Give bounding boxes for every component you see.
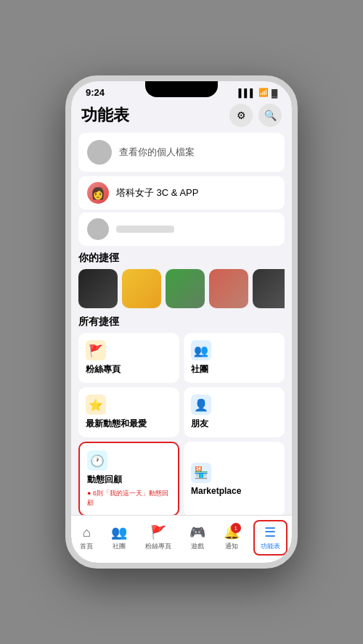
notifications-badge: 1 — [231, 523, 241, 533]
grid-item-fans[interactable]: 🚩 粉絲專頁 — [78, 333, 179, 383]
groups-icon: 👥 — [191, 340, 211, 360]
shortcuts-scroll — [78, 269, 285, 310]
nav-pages-icon: 🚩 — [150, 524, 166, 540]
avatar — [87, 140, 112, 165]
nav-notifications[interactable]: 🔔 通知 1 — [219, 523, 244, 553]
grid-item-feed[interactable]: ⭐ 最新動態和最愛 — [78, 387, 179, 437]
menu-icon: ☰ — [264, 524, 276, 540]
phone-inner: 9:24 ▌▌▌ 📶 ▓ 功能表 ⚙ 🔍 — [71, 81, 292, 563]
settings-button[interactable]: ⚙ — [229, 104, 253, 127]
shortcut-item-5[interactable] — [253, 269, 285, 308]
shortcut-item-4[interactable] — [209, 269, 248, 308]
home-label: 首頁 — [80, 542, 93, 551]
bottom-nav: ⌂ 首頁 👥 社團 🚩 粉絲專頁 🎮 遊戲 🔔 通知 1 ☰ — [71, 515, 292, 563]
profile-text: 查看你的個人檔案 — [119, 146, 195, 159]
nav-gaming[interactable]: 🎮 遊戲 — [185, 523, 210, 553]
main-content: 查看你的個人檔案 👩 塔科女子 3C & APP 你的捷徑 — [71, 133, 292, 515]
account-avatar-1: 👩 — [87, 182, 109, 204]
nav-pages[interactable]: 🚩 粉絲專頁 — [141, 523, 176, 553]
notch — [145, 81, 218, 97]
header-icons: ⚙ 🔍 — [229, 104, 282, 127]
nav-menu-label: 功能表 — [261, 542, 280, 551]
gear-icon: ⚙ — [237, 110, 246, 121]
groups-label: 社團 — [191, 363, 277, 376]
shortcut-item-3[interactable] — [166, 269, 205, 308]
shortcut-item-2[interactable] — [122, 269, 161, 308]
nav-menu[interactable]: ☰ 功能表 — [253, 520, 287, 556]
nav-groups[interactable]: 👥 社團 — [107, 523, 131, 553]
clock-icon: 🕐 — [90, 454, 105, 468]
account-name-blurred — [116, 226, 174, 233]
nav-gaming-icon: 🎮 — [189, 524, 205, 540]
nav-pages-label: 粉絲專頁 — [145, 542, 171, 551]
status-time: 9:24 — [86, 87, 105, 98]
grid-item-marketplace[interactable]: 🏪 Marketplace — [184, 442, 285, 515]
marketplace-icon: 🏪 — [191, 463, 211, 483]
people-icon: 👥 — [194, 344, 208, 358]
friend-icon: 👤 — [194, 398, 208, 412]
shortcuts-grid: 🚩 粉絲專頁 👥 社團 ⭐ 最新動態和最愛 — [78, 333, 285, 515]
flag-icon: 🚩 — [89, 344, 103, 358]
feed-icon: ⭐ — [86, 395, 106, 415]
fans-icon: 🚩 — [86, 340, 106, 360]
nav-notifications-label: 通知 — [225, 542, 238, 551]
memories-sub: ● 6則「我的這一天」動態回顧 — [87, 489, 171, 508]
friends-icon: 👤 — [191, 395, 211, 415]
account-row-2[interactable] — [78, 212, 285, 246]
phone-frame: 9:24 ▌▌▌ 📶 ▓ 功能表 ⚙ 🔍 — [65, 75, 298, 569]
marketplace-label: Marketplace — [191, 486, 277, 496]
signal-icon: ▌▌▌ — [239, 88, 256, 97]
nav-groups-label: 社團 — [113, 542, 126, 551]
battery-icon: ▓ — [272, 88, 277, 97]
friends-label: 朋友 — [191, 418, 277, 430]
page-title: 功能表 — [81, 104, 129, 126]
star-icon: ⭐ — [89, 398, 103, 412]
account-icon-1: 👩 — [91, 186, 105, 200]
nav-gaming-label: 遊戲 — [191, 542, 204, 551]
wifi-icon: 📶 — [258, 88, 269, 97]
search-button[interactable]: 🔍 — [258, 104, 282, 127]
status-icons: ▌▌▌ 📶 ▓ — [239, 88, 277, 97]
account-name-1: 塔科女子 3C & APP — [116, 186, 198, 199]
account-row-1[interactable]: 👩 塔科女子 3C & APP — [78, 176, 285, 210]
all-shortcuts-label: 所有捷徑 — [78, 315, 285, 329]
grid-item-groups[interactable]: 👥 社團 — [184, 333, 285, 383]
feed-label: 最新動態和最愛 — [86, 418, 172, 430]
store-icon: 🏪 — [194, 466, 208, 479]
home-icon: ⌂ — [83, 525, 91, 540]
shortcut-item-1[interactable] — [78, 269, 118, 308]
account-avatar-2 — [87, 218, 109, 240]
search-icon: 🔍 — [264, 110, 277, 121]
nav-home[interactable]: ⌂ 首頁 — [76, 524, 97, 553]
shortcuts-label: 你的捷徑 — [78, 252, 285, 265]
grid-item-friends[interactable]: 👤 朋友 — [184, 387, 285, 437]
fans-label: 粉絲專頁 — [86, 363, 172, 376]
app-header: 功能表 ⚙ 🔍 — [71, 101, 292, 133]
memories-icon: 🕐 — [87, 450, 107, 471]
grid-item-memories[interactable]: 🕐 動態回顧 ● 6則「我的這一天」動態回顧 — [78, 442, 179, 515]
memories-label: 動態回顧 — [87, 474, 171, 486]
nav-groups-icon: 👥 — [111, 524, 127, 540]
profile-row[interactable]: 查看你的個人檔案 — [78, 133, 285, 172]
